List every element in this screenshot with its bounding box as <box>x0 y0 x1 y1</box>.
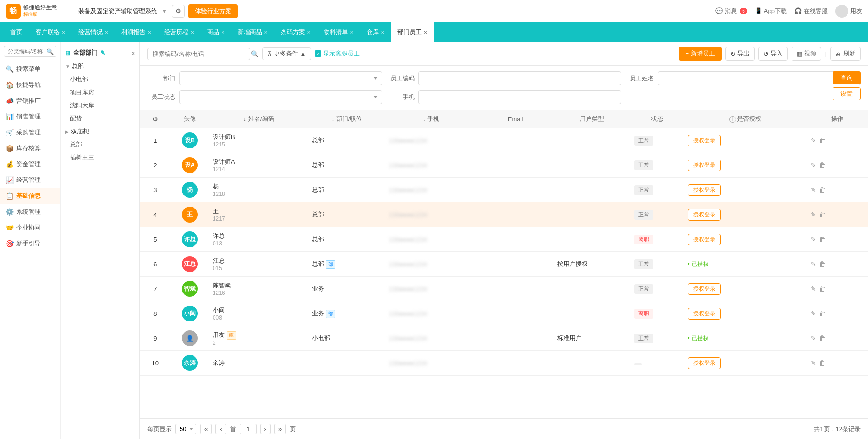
settings-icon[interactable]: ⚙ <box>172 5 185 18</box>
tab-close-bom[interactable]: ✕ <box>350 30 354 35</box>
col-header-phone[interactable]: ↕ 手机 <box>385 110 477 128</box>
tab-operation[interactable]: 经营情况 ✕ <box>72 22 115 42</box>
edit-button[interactable]: ✎ <box>811 359 816 367</box>
dept-item-peihuo[interactable]: 配货 <box>61 112 139 125</box>
query-button[interactable]: 查询 <box>833 71 861 84</box>
per-page-select[interactable]: 50 <box>175 424 196 434</box>
emp-status-select[interactable] <box>179 90 382 104</box>
auth-button[interactable]: 授权登录 <box>688 135 721 146</box>
delete-button[interactable]: 🗑 <box>819 285 826 293</box>
delete-button[interactable]: 🗑 <box>819 186 826 194</box>
dept-item-shenyang[interactable]: 沈阳大库 <box>61 99 139 112</box>
delete-button[interactable]: 🗑 <box>819 359 826 367</box>
tab-new-goods[interactable]: 新增商品 ✕ <box>231 22 274 42</box>
dept-select[interactable] <box>179 71 382 85</box>
sidebar-item-sales[interactable]: 📊 销售管理 <box>0 109 60 125</box>
tab-close-barcode[interactable]: ✕ <box>307 30 311 35</box>
sidebar-item-basic-info[interactable]: 📋 基础信息 <box>0 188 60 204</box>
auth-button[interactable]: 授权登录 <box>688 160 721 171</box>
tree-edit-icon[interactable]: ✎ <box>100 49 105 56</box>
set-button[interactable]: 设置 <box>833 87 861 100</box>
emp-code-input[interactable] <box>418 71 621 85</box>
search-icon[interactable]: 🔍 <box>251 50 258 57</box>
auth-button[interactable]: 授权登录 <box>688 184 721 196</box>
sidebar-item-guide[interactable]: 🎯 新手引导 <box>0 236 60 251</box>
edit-button[interactable]: ✎ <box>811 211 816 218</box>
tab-history[interactable]: 经营历程 ✕ <box>158 22 201 42</box>
dept-group-shuangmiao[interactable]: ▶ 双庙想 <box>61 125 139 138</box>
tab-barcode[interactable]: 条码方案 ✕ <box>274 22 317 42</box>
message-button[interactable]: 💬 消息 6 <box>715 7 747 15</box>
tab-warehouse[interactable]: 仓库 ✕ <box>360 22 391 42</box>
tab-goods[interactable]: 商品 ✕ <box>201 22 231 42</box>
add-employee-button[interactable]: + 新增员工 <box>679 47 721 61</box>
tab-customer[interactable]: 客户联络 ✕ <box>29 22 72 42</box>
search-input[interactable] <box>147 48 250 60</box>
show-resigned-toggle[interactable]: ✓ 显示离职员工 <box>315 49 360 58</box>
first-page-button[interactable]: « <box>200 424 212 434</box>
sidebar-item-purchase[interactable]: 🛒 采购管理 <box>0 125 60 140</box>
dept-item-project[interactable]: 项目库房 <box>61 86 139 99</box>
tab-bom[interactable]: 物料清单 ✕ <box>317 22 360 42</box>
app-download-button[interactable]: 📱 App下载 <box>755 7 787 15</box>
delete-button[interactable]: 🗑 <box>819 310 826 317</box>
dept-group-header[interactable]: ▼ 总部 <box>61 60 139 73</box>
next-page-button[interactable]: › <box>260 424 271 434</box>
tab-profit[interactable]: 利润报告 ✕ <box>115 22 158 42</box>
delete-button[interactable]: 🗑 <box>819 161 826 169</box>
sidebar-item-operation[interactable]: 📈 经营管理 <box>0 172 60 188</box>
delete-button[interactable]: 🗑 <box>819 211 826 218</box>
auth-button[interactable]: 授权登录 <box>688 234 721 245</box>
tab-close-profit[interactable]: ✕ <box>147 30 151 35</box>
phone-input[interactable] <box>418 90 621 104</box>
tree-collapse-icon[interactable]: « <box>132 49 135 56</box>
prev-page-button[interactable]: ‹ <box>215 424 226 434</box>
last-page-button[interactable]: » <box>274 424 286 434</box>
page-input[interactable] <box>240 424 257 434</box>
delete-button[interactable]: 🗑 <box>819 236 826 243</box>
tab-close-warehouse[interactable]: ✕ <box>381 30 384 35</box>
dept-item-chashuwangsan[interactable]: 插树王三 <box>61 151 139 164</box>
col-header-settings[interactable]: ⚙ <box>140 110 171 128</box>
auth-info-icon[interactable]: i <box>729 116 736 123</box>
tab-close-history[interactable]: ✕ <box>190 30 194 35</box>
sidebar-item-system[interactable]: ⚙️ 系统管理 <box>0 204 60 220</box>
tab-close-operation[interactable]: ✕ <box>104 30 108 35</box>
sidebar-item-collab[interactable]: 🤝 企业协同 <box>0 220 60 236</box>
sidebar-item-search[interactable]: 🔍 搜索菜单 <box>0 61 60 77</box>
sidebar-item-finance[interactable]: 💰 资金管理 <box>0 156 60 172</box>
trial-button[interactable]: 体验行业方案 <box>188 4 238 18</box>
online-service-button[interactable]: 🎧 在线客服 <box>794 7 828 15</box>
edit-button[interactable]: ✎ <box>811 236 816 243</box>
edit-button[interactable]: ✎ <box>811 161 816 169</box>
more-conditions-button[interactable]: ⊼ 更多条件 ▲ <box>262 47 311 60</box>
user-avatar-button[interactable]: 用友 <box>835 5 862 18</box>
edit-button[interactable]: ✎ <box>811 285 816 293</box>
tab-home[interactable]: 首页 <box>4 22 29 42</box>
tab-close-dept[interactable]: ✕ <box>424 30 427 35</box>
col-header-dept[interactable]: ↕ 部门/职位 <box>308 110 385 128</box>
dept-item-xiaodian[interactable]: 小电部 <box>61 73 139 86</box>
auth-button[interactable]: 授权登录 <box>688 308 721 320</box>
edit-button[interactable]: ✎ <box>811 137 816 144</box>
auth-button[interactable]: 授权登录 <box>688 209 721 221</box>
delete-button[interactable]: 🗑 <box>819 260 826 268</box>
col-header-name[interactable]: ↕ 姓名/编码 <box>209 110 309 128</box>
import-button[interactable]: ↺ 导入 <box>758 47 788 61</box>
print-button[interactable]: 🖨 刷新 <box>830 47 861 61</box>
view-button[interactable]: ▦ 视频 <box>792 47 821 61</box>
tab-close-new-goods[interactable]: ✕ <box>264 30 268 35</box>
sidebar-search-icon[interactable]: 🔍 <box>46 48 54 55</box>
auth-button[interactable]: 授权登录 <box>688 357 721 369</box>
sidebar-item-quicknav[interactable]: 🏠 快捷导航 <box>0 77 60 93</box>
edit-button[interactable]: ✎ <box>811 334 816 342</box>
sidebar-item-marketing[interactable]: 📣 营销推广 <box>0 93 60 109</box>
dept-item-zongbu[interactable]: 总部 <box>61 138 139 151</box>
tab-close-goods[interactable]: ✕ <box>221 30 225 35</box>
edit-button[interactable]: ✎ <box>811 310 816 317</box>
sidebar-item-inventory[interactable]: 📦 库存核算 <box>0 140 60 156</box>
export-button[interactable]: ↻ 导出 <box>725 47 755 61</box>
delete-button[interactable]: 🗑 <box>819 137 826 144</box>
tab-close-customer[interactable]: ✕ <box>62 30 65 35</box>
edit-button[interactable]: ✎ <box>811 186 816 194</box>
